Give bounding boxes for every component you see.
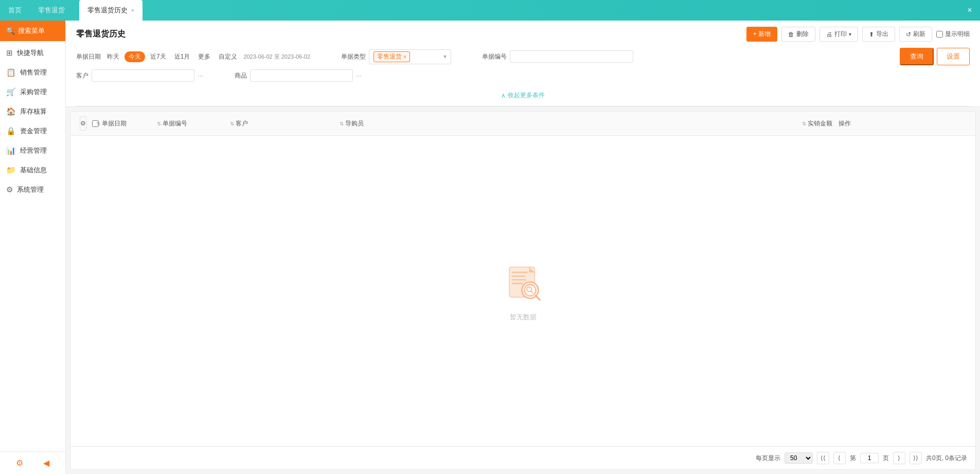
date-btn-1month[interactable]: 近1月 (171, 51, 193, 62)
sidebar-search-label: 搜索菜单 (18, 26, 45, 35)
setting-button[interactable]: 设置 (937, 48, 970, 65)
new-button[interactable]: + 新增 (746, 27, 777, 42)
sidebar-label-ops-mgmt: 经营管理 (20, 146, 47, 155)
print-button[interactable]: 🖨 打印 ▾ (819, 27, 858, 42)
collapse-icon[interactable]: ◀ (43, 458, 49, 468)
delete-icon: 🗑 (788, 31, 794, 38)
col-spacer (409, 112, 470, 135)
page-header: 零售退货历史 + 新增 🗑 删除 🖨 打印 ▾ ⬆ 导出 (66, 21, 980, 107)
voucher-no-label: 单据编号 (482, 52, 507, 61)
goods-input[interactable] (250, 69, 353, 82)
sidebar-item-sys-mgmt[interactable]: ⚙系统管理 (0, 180, 65, 199)
collapse-button[interactable]: ∧ 收起更多条件 (497, 90, 549, 101)
col-voucher-no[interactable]: ⇅ 单据编号 (154, 112, 227, 135)
sidebar-search[interactable]: 🔍 搜索菜单 (0, 21, 65, 41)
svg-rect-3 (511, 279, 526, 281)
search-icon: 🔍 (6, 27, 15, 35)
col-voucher-date[interactable]: ⇅ 单据日期 (93, 112, 154, 135)
svg-rect-4 (511, 283, 523, 284)
sidebar-item-quick-nav[interactable]: ⊞快捷导航 (0, 43, 65, 63)
page-size-label: 每页显示 (756, 454, 780, 463)
sidebar-item-finance-mgmt[interactable]: 🔒资金管理 (0, 121, 65, 141)
customer-label: 客户 (76, 71, 88, 80)
col-amount[interactable]: ⇅ 实销金额 (470, 112, 835, 135)
show-detail-input[interactable] (936, 31, 943, 38)
sidebar-item-ops-mgmt[interactable]: 📊经营管理 (0, 141, 65, 160)
voucher-no-input[interactable] (510, 50, 633, 63)
voucher-type-tag: 零售退货 × (373, 51, 410, 62)
refresh-icon: ↺ (906, 31, 911, 38)
ops-mgmt-icon: 📊 (6, 146, 16, 155)
customer-input[interactable] (92, 69, 194, 82)
base-info-icon: 📁 (6, 166, 16, 175)
page-size-select[interactable]: 50 10 20 100 (785, 452, 813, 464)
page-input[interactable] (860, 453, 879, 463)
next-page-button[interactable]: ⟩ (893, 452, 905, 464)
svg-rect-2 (511, 276, 525, 277)
table-body: 暂无数据 (70, 136, 975, 446)
sidebar-item-purchase-mgmt[interactable]: 🛒采购管理 (0, 82, 65, 102)
export-icon: ⬆ (869, 31, 874, 38)
page-unit: 页 (883, 454, 889, 463)
quick-nav-icon: ⊞ (6, 48, 13, 58)
sidebar-item-base-info[interactable]: 📁基础信息 (0, 160, 65, 180)
sales-mgmt-icon: 📋 (6, 68, 16, 77)
sidebar-label-sys-mgmt: 系统管理 (17, 185, 44, 194)
goods-ellipsis[interactable]: ··· (356, 71, 362, 80)
tab-retail-return-history[interactable]: 零售退货历史× (79, 0, 142, 21)
main-content: 零售退货历史 + 新增 🗑 删除 🖨 打印 ▾ ⬆ 导出 (66, 21, 980, 474)
refresh-button[interactable]: ↺ 刷新 (899, 27, 932, 42)
window-close-button[interactable]: × (959, 0, 980, 21)
col-action: 操作 (835, 112, 908, 135)
svg-rect-1 (511, 272, 528, 274)
filter-row-1: 单据日期 昨天 今天 近7天 近1月 更多 自定义 2023-06-02 至 2… (76, 48, 970, 65)
tab-home[interactable]: 首页 (0, 0, 30, 21)
date-btn-more[interactable]: 更多 (195, 51, 213, 62)
sort-icon: ⇅ (802, 121, 806, 126)
select-dropdown-icon: ▾ (443, 53, 447, 60)
voucher-no-filter: 单据编号 (482, 50, 633, 63)
date-btn-yesterday[interactable]: 昨天 (104, 51, 122, 62)
purchase-mgmt-icon: 🛒 (6, 87, 16, 97)
page-title-row: 零售退货历史 + 新增 🗑 删除 🖨 打印 ▾ ⬆ 导出 (76, 27, 970, 42)
settings-icon[interactable]: ⚙ (16, 458, 23, 468)
total-records: 共0页, 0条记录 (926, 454, 967, 463)
date-label: 单据日期 (76, 52, 101, 61)
date-filter-options: 昨天 今天 近7天 近1月 更多 自定义 2023-06-02 至 2023-0… (104, 51, 310, 62)
sidebar-label-sales-mgmt: 销售管理 (20, 68, 47, 77)
sidebar-label-inventory: 库存核算 (20, 107, 47, 116)
customer-filter: 客户 ··· (76, 69, 204, 82)
first-page-button[interactable]: ⟨⟨ (817, 452, 829, 464)
filter-area: 单据日期 昨天 今天 近7天 近1月 更多 自定义 2023-06-02 至 2… (76, 48, 970, 106)
sidebar-label-quick-nav: 快捷导航 (17, 48, 44, 58)
col-customer[interactable]: ⇅ 客户 (227, 112, 336, 135)
sort-icon: ⇅ (230, 121, 234, 126)
sidebar-bottom: ⚙ ◀ (0, 451, 65, 474)
sidebar-item-sales-mgmt[interactable]: 📋销售管理 (0, 63, 65, 82)
tab-close-retail-return[interactable]: × (68, 7, 71, 13)
sidebar-item-inventory[interactable]: 🏠库存核算 (0, 102, 65, 121)
page-label: 第 (850, 454, 856, 463)
tab-retail-return[interactable]: 零售退货× (30, 0, 79, 21)
empty-state: 暂无数据 (500, 260, 546, 322)
tab-close-retail-return-history[interactable]: × (131, 7, 134, 13)
export-button[interactable]: ⬆ 导出 (862, 27, 895, 42)
empty-text: 暂无数据 (510, 313, 537, 322)
query-button[interactable]: 查询 (900, 48, 934, 65)
goods-filter: 商品 ··· (235, 69, 362, 82)
table-settings-icon[interactable]: ⚙ (80, 116, 86, 131)
date-btn-7days[interactable]: 近7天 (147, 51, 169, 62)
delete-button[interactable]: 🗑 删除 (781, 27, 815, 42)
prev-page-button[interactable]: ⟨ (833, 452, 846, 464)
voucher-type-select[interactable]: 零售退货 × ▾ (369, 49, 451, 64)
date-btn-today[interactable]: 今天 (124, 51, 145, 62)
last-page-button[interactable]: ⟩⟩ (910, 452, 922, 464)
show-detail-checkbox[interactable]: 显示明细 (936, 30, 970, 39)
date-btn-custom[interactable]: 自定义 (216, 51, 240, 62)
customer-ellipsis[interactable]: ··· (198, 71, 204, 80)
tag-close-icon[interactable]: × (403, 54, 406, 60)
svg-point-6 (524, 285, 536, 296)
col-guide[interactable]: ⇅ 导购员 (336, 112, 409, 135)
sidebar-label-finance-mgmt: 资金管理 (20, 126, 47, 136)
sort-icon: ⇅ (157, 121, 161, 126)
